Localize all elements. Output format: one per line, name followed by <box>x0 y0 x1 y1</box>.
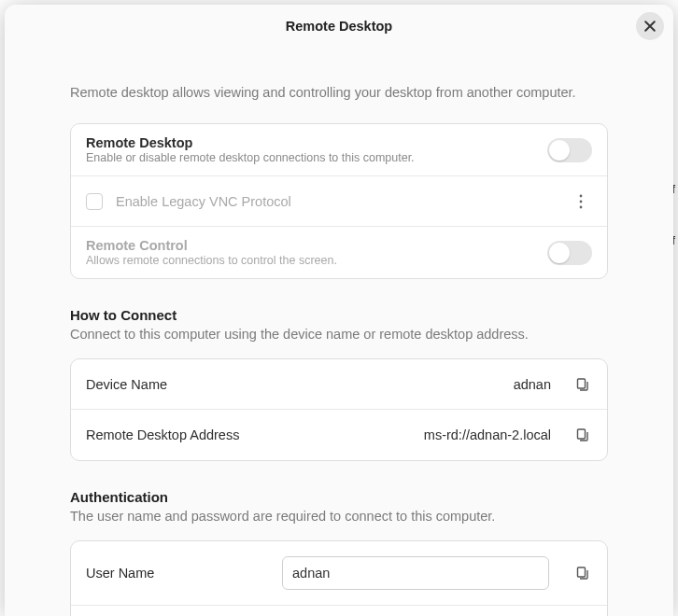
copy-username-button[interactable] <box>572 563 592 583</box>
legacy-vnc-row: Enable Legacy VNC Protocol <box>71 176 607 227</box>
remote-control-sub: Allows remote connections to control the… <box>86 254 534 267</box>
copy-icon <box>574 377 589 392</box>
address-row: Remote Desktop Address ms-rd://adnan-2.l… <box>71 410 607 460</box>
legacy-vnc-checkbox[interactable] <box>86 193 103 210</box>
device-name-row: Device Name adnan <box>71 359 607 410</box>
remote-desktop-dialog: Remote Desktop Remote desktop allows vie… <box>5 5 673 616</box>
close-icon <box>644 21 656 32</box>
dialog-header: Remote Desktop <box>5 5 673 48</box>
username-row: User Name <box>71 541 607 606</box>
remote-desktop-sub: Enable or disable remote desktop connect… <box>86 151 534 164</box>
remote-control-title: Remote Control <box>86 238 534 253</box>
legacy-vnc-label: Enable Legacy VNC Protocol <box>116 194 557 209</box>
remote-desktop-title: Remote Desktop <box>86 135 534 150</box>
address-label: Remote Desktop Address <box>86 427 411 442</box>
copy-device-name-button[interactable] <box>572 374 592 395</box>
remote-desktop-row: Remote Desktop Enable or disable remote … <box>71 124 607 176</box>
device-name-value: adnan <box>514 377 551 392</box>
svg-point-2 <box>580 205 583 208</box>
username-label: User Name <box>86 566 154 581</box>
device-name-label: Device Name <box>86 377 501 392</box>
dialog-title: Remote Desktop <box>286 19 392 34</box>
svg-point-0 <box>580 194 583 197</box>
auth-sub: The user name and password are required … <box>70 509 608 524</box>
how-to-connect-heading: How to Connect <box>70 307 608 323</box>
options-group: Remote Desktop Enable or disable remote … <box>70 123 608 279</box>
address-value: ms-rd://adnan-2.local <box>424 427 551 442</box>
svg-point-1 <box>580 200 583 203</box>
remote-desktop-switch[interactable] <box>547 138 592 162</box>
copy-address-button[interactable] <box>572 425 592 445</box>
svg-rect-3 <box>578 379 586 388</box>
legacy-vnc-menu-button[interactable] <box>570 190 592 213</box>
connect-group: Device Name adnan Remote Desktop Address… <box>70 358 608 461</box>
close-button[interactable] <box>636 12 664 40</box>
remote-control-row: Remote Control Allows remote connections… <box>71 227 607 278</box>
copy-icon <box>574 427 589 442</box>
svg-rect-5 <box>578 567 586 577</box>
intro-text: Remote desktop allows viewing and contro… <box>70 83 608 103</box>
username-input[interactable] <box>282 556 549 590</box>
copy-icon <box>574 566 589 581</box>
auth-heading: Authentication <box>70 489 608 505</box>
remote-control-switch[interactable] <box>547 241 592 265</box>
auth-group: User Name Password <box>70 540 608 616</box>
dialog-body: Remote desktop allows viewing and contro… <box>5 48 673 616</box>
svg-rect-4 <box>578 429 586 439</box>
password-row: Password <box>71 606 607 616</box>
how-to-connect-sub: Connect to this computer using the devic… <box>70 327 608 342</box>
dots-vertical-icon <box>579 194 583 209</box>
